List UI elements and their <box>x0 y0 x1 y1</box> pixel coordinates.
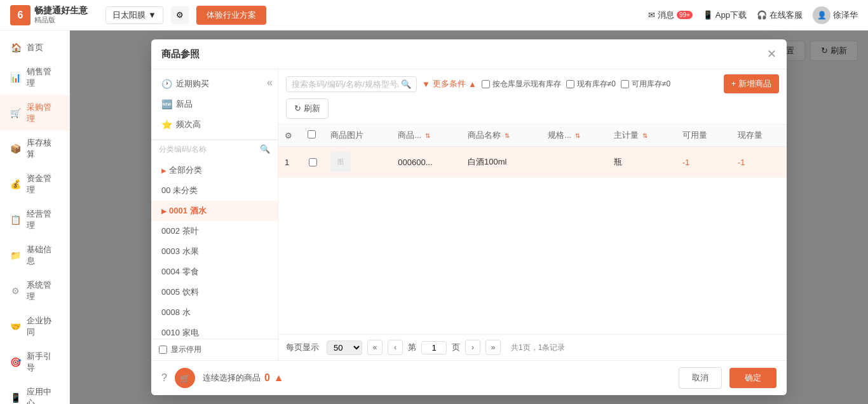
first-page-button[interactable]: « <box>367 340 383 355</box>
store-selector[interactable]: 日太阳膜 ▼ <box>105 6 163 24</box>
product-search-input[interactable] <box>292 79 398 89</box>
footer-collapse-icon[interactable]: ▲ <box>274 372 284 384</box>
main-layout: 🏠 首页 📊 销售管理 🛒 采购管理 📦 库存核算 💰 资金管理 📋 经营管理 … <box>0 30 868 404</box>
refresh-button[interactable]: ↻ 刷新 <box>286 98 329 119</box>
basic-info-icon: 📁 <box>10 250 22 261</box>
category-list: ▶ 全部分类 00 未分类 ▶ 0001 酒水 0002 茶 <box>151 158 278 339</box>
prev-page-button[interactable]: ‹ <box>388 340 403 355</box>
last-page-button[interactable]: » <box>485 340 501 355</box>
th-code-label: 商品... <box>398 130 421 140</box>
th-spec-label: 规格... <box>548 130 571 140</box>
page-label-text: 第 <box>408 342 416 353</box>
th-spec[interactable]: 规格... ⇅ <box>541 125 607 147</box>
sidebar-item-inventory[interactable]: 📦 库存核算 <box>0 131 69 166</box>
more-conditions-arrow: ▲ <box>468 79 477 89</box>
cat-snacks-label: 0004 零食 <box>161 266 199 278</box>
cat-alcohol-label: 0001 酒水 <box>169 205 207 217</box>
product-table-body: 1 图 000600... 白 <box>278 147 787 178</box>
select-all-checkbox[interactable] <box>308 130 316 138</box>
sidebar-item-finance-label: 资金管理 <box>27 173 59 196</box>
th-name[interactable]: 商品名称 ⇅ <box>461 125 541 147</box>
next-page-button[interactable]: › <box>465 340 480 355</box>
row-checkbox[interactable] <box>309 158 317 166</box>
modal-header: 商品参照 ✕ <box>151 39 787 69</box>
category-item-fruit[interactable]: 0003 水果 <box>151 241 278 262</box>
online-service-button[interactable]: 🎧 在线客服 <box>757 10 803 21</box>
category-item-tea[interactable]: 0002 茶叶 <box>151 221 278 241</box>
category-item-beverages[interactable]: 0005 饮料 <box>151 282 278 302</box>
sort-unit-icon: ⇅ <box>642 132 648 139</box>
sidebar-item-operations-label: 经营管理 <box>27 208 59 231</box>
table-scroll-area[interactable]: ⚙ 商品图片 商品... <box>278 125 787 290</box>
category-item-all[interactable]: ▶ 全部分类 <box>151 160 278 180</box>
th-unit[interactable]: 主计量 ⇅ <box>607 125 675 147</box>
stock-nonzero-checkbox[interactable] <box>566 80 574 88</box>
table-settings-icon[interactable]: ⚙ <box>285 131 292 140</box>
th-checkbox <box>301 125 324 147</box>
sidebar-item-system[interactable]: ⚙ 系统管理 <box>0 273 69 309</box>
sort-name-icon: ⇅ <box>505 132 510 139</box>
app-download-button[interactable]: 📱 App下载 <box>703 10 747 21</box>
sidebar-item-purchase-label: 采购管理 <box>27 102 59 125</box>
category-item-alcohol[interactable]: ▶ 0001 酒水 <box>151 201 278 221</box>
purchase-icon: 🛒 <box>10 107 22 119</box>
cat-alcohol-arrow: ▶ <box>161 208 166 215</box>
experience-industry-button[interactable]: 体验行业方案 <box>196 6 266 25</box>
cell-image: 图 <box>324 147 391 178</box>
clock-icon: 🕐 <box>161 79 172 89</box>
cell-checkbox[interactable] <box>301 147 324 178</box>
sidebar-item-basic-info[interactable]: 📁 基础信息 <box>0 238 69 273</box>
continuous-label: 连续选择的商品 <box>203 372 261 384</box>
category-item-water[interactable]: 0008 水 <box>151 302 278 323</box>
page-number-input[interactable] <box>421 341 447 354</box>
category-search-input[interactable] <box>159 145 256 154</box>
confirm-button[interactable]: 确定 <box>729 368 776 388</box>
sidebar-item-system-label: 系统管理 <box>27 279 59 302</box>
message-button[interactable]: ✉ 消息 99+ <box>648 10 693 21</box>
search-bar: 🔍 ▼ 更多条件 ▲ 按仓库显示现有库存 <box>278 69 787 125</box>
table-row[interactable]: 1 图 000600... 白 <box>278 147 787 178</box>
left-panel-top: 🕐 近期购买 🆕 新品 ⭐ 频次高 <box>151 69 278 140</box>
help-icon[interactable]: ? <box>161 372 167 384</box>
modal-close-button[interactable]: ✕ <box>767 47 776 61</box>
sidebar-item-finance[interactable]: 💰 资金管理 <box>0 166 69 202</box>
sidebar-item-guide[interactable]: 🎯 新手引导 <box>0 344 69 380</box>
settings-gear-button[interactable]: ⚙ <box>171 6 189 24</box>
left-panel-collapse-button[interactable]: « <box>267 74 273 88</box>
user-area[interactable]: 👤 徐泽华 <box>813 6 858 24</box>
category-search-area: 🔍 <box>151 140 278 158</box>
warehouse-display-checkbox-wrap[interactable]: 按仓库显示现有库存 <box>482 79 561 90</box>
cancel-button[interactable]: 取消 <box>679 367 722 389</box>
per-page-select[interactable]: 50 100 200 <box>327 340 362 355</box>
cart-button[interactable]: 🛒 <box>175 368 195 388</box>
show-disabled-checkbox[interactable] <box>159 346 167 354</box>
add-product-button[interactable]: + 新增商品 <box>724 74 779 93</box>
stock-nonzero-checkbox-wrap[interactable]: 现有库存≠0 <box>566 79 616 90</box>
more-conditions-button[interactable]: ▼ 更多条件 ▲ <box>422 78 477 90</box>
new-products-item[interactable]: 🆕 新品 <box>156 95 267 114</box>
category-item-appliances[interactable]: 0010 家电 <box>151 323 278 339</box>
available-nonzero-checkbox[interactable] <box>621 80 629 88</box>
category-item-uncategorized[interactable]: 00 未分类 <box>151 180 278 201</box>
warehouse-display-checkbox[interactable] <box>482 80 490 88</box>
sidebar-item-purchase[interactable]: 🛒 采购管理 <box>0 95 69 131</box>
new-products-label: 新品 <box>176 98 193 110</box>
search-icon[interactable]: 🔍 <box>401 79 411 89</box>
recent-purchases-item[interactable]: 🕐 近期购买 <box>156 74 267 93</box>
headset-icon: 🎧 <box>757 10 767 20</box>
sidebar-item-app-center[interactable]: 📱 应用中心 <box>0 380 69 404</box>
available-nonzero-checkbox-wrap[interactable]: 可用库存≠0 <box>621 79 670 90</box>
sidebar-item-collaboration[interactable]: 🤝 企业协同 <box>0 309 69 344</box>
category-search-icon[interactable]: 🔍 <box>260 144 270 154</box>
cat-water-label: 0008 水 <box>161 307 191 318</box>
th-code[interactable]: 商品... ⇅ <box>391 125 461 147</box>
sidebar-item-sales[interactable]: 📊 销售管理 <box>0 60 69 95</box>
sidebar-item-home[interactable]: 🏠 首页 <box>0 36 69 60</box>
pagination-bar: 每页显示 50 100 200 « ‹ 第 页 › <box>278 334 787 360</box>
category-item-snacks[interactable]: 0004 零食 <box>151 262 278 282</box>
high-frequency-item[interactable]: ⭐ 频次高 <box>156 115 267 134</box>
system-icon: ⚙ <box>10 285 22 297</box>
logo-icon: 6 <box>10 5 31 25</box>
sidebar-item-operations[interactable]: 📋 经营管理 <box>0 202 69 238</box>
left-panel: 🕐 近期购买 🆕 新品 ⭐ 频次高 <box>151 69 278 360</box>
